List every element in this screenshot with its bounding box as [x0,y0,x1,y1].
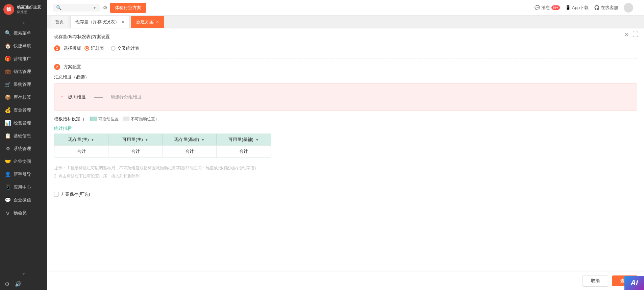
stats-data-row: 合计 合计 合计 合计 [54,145,271,157]
sidebar-scroll-down[interactable]: ▼ [0,270,47,278]
legend-non-draggable: 不可拖动位置） [123,116,159,122]
sidebar-item-operation[interactable]: 📊 经营管理 [0,117,47,129]
radio-cross-label: 交叉统计表 [117,45,139,51]
search-dropdown-icon[interactable]: ▼ [93,5,97,10]
step1-badge: 1 [54,45,60,51]
expand-panel-icon[interactable]: ⛶ [633,31,639,39]
sidebar-item-label: 经营管理 [14,120,31,126]
sidebar-item-label: 基础信息 [14,133,31,139]
stats-col2-header: 现存量(基辅) [174,137,199,143]
handshake-icon: 🤝 [5,159,11,165]
sidebar-item-sales[interactable]: 💼 销售管理 [0,65,47,78]
volume-icon[interactable]: 🔊 [15,281,22,287]
col0-dropdown-icon[interactable]: ▼ [91,138,94,142]
stats-table: 现存量(主) ▼ 可用量(主) ▼ 现存量(基辅) ▼ [54,134,271,158]
tab-inventory-status[interactable]: 现存量（库存状况表） ✕ [70,16,130,28]
sidebar-item-inventory[interactable]: 📦 库存核算 [0,91,47,104]
tab-home[interactable]: 首页 [50,16,69,28]
messages-badge: 99+ [551,5,560,10]
tab-new-plan[interactable]: 新建方案 ✕ [131,16,164,28]
home-icon: 🏠 [5,43,11,49]
radio-summary-label: 汇总表 [91,45,104,51]
stats-col3-header: 可用量(基辅) [228,137,253,143]
topbar-search-area[interactable]: 🔍 ▼ [53,4,100,11]
legend-non-draggable-label: 不可拖动位置） [131,116,159,122]
topbar-left: 🔍 ▼ ⚙ 体验行业方案 [53,3,530,13]
close-panel-icon[interactable]: ✕ [624,31,629,39]
divider-1 [54,58,637,58]
dim-dash: —— [94,95,103,100]
radio-cross[interactable]: 交叉统计表 [111,45,139,51]
radio-summary[interactable]: 汇总表 [84,45,104,51]
indicator-legend: 可拖动位置 不可拖动位置） [90,116,159,122]
step1-header: 1 选择模板 汇总表 交叉统计表 [54,45,637,51]
sidebar-item-new-guide[interactable]: 👤 新手引导 [0,168,47,181]
search-input[interactable] [64,5,91,10]
app-download-button[interactable]: 📱 App下载 [565,5,589,11]
stats-header-row: 现存量(主) ▼ 可用量(主) ▼ 现存量(基辅) ▼ [54,134,271,145]
stats-header-0[interactable]: 现存量(主) ▼ [54,134,108,145]
main-area: 🔍 ▼ ⚙ 体验行业方案 💬 消息 99+ 📱 App下载 🎧 在线客服 [47,0,644,290]
radio-cross-btn[interactable] [111,46,116,51]
sidebar-item-search[interactable]: 🔍 搜索菜单 [0,27,47,40]
step1-section: 1 选择模板 汇总表 交叉统计表 [54,45,637,51]
tabbar: 首页 现存量（库存状况表） ✕ 新建方案 ✕ [47,16,644,28]
chat-icon: 💬 [5,197,11,203]
sidebar-item-quick-nav[interactable]: 🏠 快捷导航 [0,40,47,52]
sidebar-item-vip[interactable]: V 畅会员 [0,207,47,219]
col2-dropdown-icon[interactable]: ▼ [201,138,204,142]
dim-config-area[interactable]: * 纵向维度 —— 请选择分组维度 [54,83,637,111]
panel-controls: ✕ ⛶ [624,31,639,39]
tip-1: 提示： 1.拖动标题栏可以调整布局，不可跨维度或指标区域拖动栏目字段(只能在同一… [54,164,637,172]
tab-new-plan-close[interactable]: ✕ [156,20,159,24]
stats-header-1[interactable]: 可用量(主) ▼ [108,134,163,145]
app-name: 畅赢通好生意 [17,4,41,10]
sidebar-item-wechat[interactable]: 💬 企业微信 [0,194,47,207]
save-checkbox[interactable] [54,192,59,197]
sidebar-footer: ⚙ 🔊 [0,278,47,290]
tip-2: 2. 点击标题栏下拉可设置排序、插入列和删除列 [54,172,637,180]
indicator-label: 模板指标设定（ 可拖动位置 不可拖动位置） [54,116,637,122]
gift-icon: 🎁 [5,56,11,62]
sidebar-item-label: 企业微信 [14,197,31,203]
sidebar-item-enterprise[interactable]: 🤝 企业协同 [0,155,47,168]
topbar: 🔍 ▼ ⚙ 体验行业方案 💬 消息 99+ 📱 App下载 🎧 在线客服 [47,0,644,16]
sidebar-item-label: 资金管理 [14,107,31,113]
settings-icon[interactable]: ⚙ [5,281,9,287]
vip-icon: V [5,210,11,216]
sidebar-item-app-center[interactable]: 📱 应用中心 [0,181,47,194]
user-avatar[interactable] [624,3,633,13]
topbar-gear-icon[interactable]: ⚙ [103,4,107,11]
stats-title: 统计指标 [54,125,637,131]
dim-label: 汇总维度（必选） [54,74,637,80]
cancel-button[interactable]: 取消 [583,275,608,287]
online-service-button[interactable]: 🎧 在线客服 [594,5,618,11]
sidebar-item-label: 采购管理 [14,81,31,88]
sidebar-scroll-up[interactable]: ▲ [0,19,47,27]
stats-header-2[interactable]: 现存量(基辅) ▼ [163,134,217,145]
clipboard-icon: 📋 [5,133,11,139]
sidebar-item-basic-info[interactable]: 📋 基础信息 [0,129,47,142]
tab-new-plan-label: 新建方案 [136,19,154,25]
sidebar-item-label: 快捷导航 [14,43,31,49]
sidebar: 畅 畅赢通好生意 标准版 ▲ 🔍 搜索菜单 🏠 快捷导航 🎁 营销推广 💼 销售… [0,0,47,290]
col1-dropdown-icon[interactable]: ▼ [145,138,148,142]
tab-inventory-status-close[interactable]: ✕ [121,20,125,24]
step2-badge: 2 [54,64,60,70]
stats-col0-summary: 合计 [77,148,86,154]
stats-header-3[interactable]: 可用量(基辅) ▼ [217,134,271,145]
col3-dropdown-icon[interactable]: ▼ [255,138,259,142]
mobile-icon: 📱 [5,184,11,190]
sidebar-item-finance[interactable]: 💰 资金管理 [0,104,47,117]
dim-placeholder: 请选择分组维度 [111,94,142,100]
messages-button[interactable]: 💬 消息 99+ [535,5,560,11]
sidebar-item-purchase[interactable]: 🛒 采购管理 [0,78,47,91]
sidebar-logo: 畅 畅赢通好生意 标准版 [0,0,47,19]
content-area: ✕ ⛶ 现存量(库存状况表)方案设置 1 选择模板 汇总表 交叉统计表 [47,28,644,271]
trial-button[interactable]: 体验行业方案 [110,3,146,13]
legend-draggable: 可拖动位置 [90,116,119,122]
step2-title: 方案配置 [64,64,81,70]
sidebar-item-marketing[interactable]: 🎁 营销推广 [0,52,47,65]
sidebar-item-system[interactable]: ⚙ 系统管理 [0,142,47,155]
radio-summary-btn[interactable] [84,46,89,51]
